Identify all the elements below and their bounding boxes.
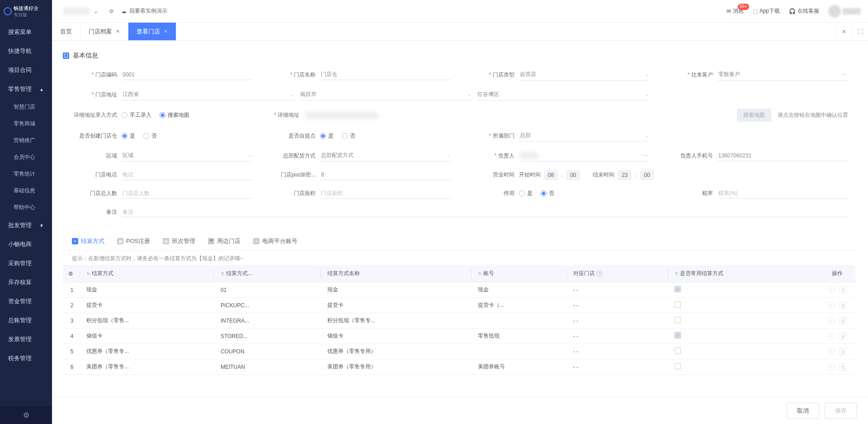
col-acct[interactable]: 账号 xyxy=(472,265,568,282)
online-service-button[interactable]: 🎧 在线客服 xyxy=(789,7,819,15)
table-row[interactable]: 6美团券（零售专...MEITUAN美团券（零售专用）美团券账号- -+🗑 xyxy=(63,359,855,375)
delete-row-icon[interactable]: 🗑 xyxy=(840,302,847,309)
region-select[interactable]: 区域⌄ xyxy=(122,150,252,162)
add-row-icon[interactable]: + xyxy=(828,317,835,324)
start-min[interactable]: 00 xyxy=(566,170,580,180)
remark-input[interactable] xyxy=(122,207,848,217)
customer-select[interactable]: 零散客户⋯ xyxy=(717,69,848,81)
common-checkbox[interactable] xyxy=(675,332,681,338)
help-icon[interactable]: ? xyxy=(597,271,603,276)
add-row-icon[interactable]: + xyxy=(828,363,835,371)
store-code-input[interactable] xyxy=(122,70,252,80)
district-select[interactable]: 红谷滩区⌄ xyxy=(476,89,650,100)
store-type-select[interactable]: 自营店⌄ xyxy=(519,69,650,81)
cancel-button[interactable]: 取消 xyxy=(787,403,819,419)
common-checkbox[interactable] xyxy=(675,363,681,369)
detail-address-input[interactable] xyxy=(306,112,378,119)
dist-mode-select[interactable]: 总部配货方式⌄ xyxy=(320,150,451,162)
fullscreen-button[interactable]: ⛶ xyxy=(852,23,868,40)
sidebar-item-wholesale[interactable]: 批发管理▼ xyxy=(0,216,52,235)
sidebar-item-quicknav[interactable]: 快捷导航 xyxy=(0,42,52,61)
manager-phone-input[interactable] xyxy=(717,151,848,161)
radio-pick-no[interactable]: 否 xyxy=(342,132,355,140)
staff-input[interactable] xyxy=(122,188,252,199)
tab-view-store[interactable]: 查看门店✕ xyxy=(128,23,176,40)
close-icon[interactable]: ✕ xyxy=(116,29,120,34)
close-all-tabs[interactable]: ✕ xyxy=(835,23,852,40)
col-name[interactable]: 结算方式名称 xyxy=(322,265,472,282)
demo-link[interactable]: ☁ 我要看实例演示 xyxy=(121,7,167,15)
add-row-icon[interactable]: + xyxy=(828,333,835,340)
common-checkbox[interactable] xyxy=(675,317,681,323)
radio-manual[interactable]: 手工录入 xyxy=(122,111,151,119)
search-map-button[interactable]: 搜索地图 xyxy=(737,109,771,122)
col-code[interactable]: 结算方式... xyxy=(215,265,322,282)
sidebar-item-search[interactable]: 搜索菜单 xyxy=(0,23,52,42)
delete-row-icon[interactable]: 🗑 xyxy=(840,333,847,340)
table-row[interactable]: 4储值卡STORED...储值卡零售抵现- -+🗑 xyxy=(63,329,855,344)
delete-row-icon[interactable]: 🗑 xyxy=(840,348,847,355)
radio-disabled-yes[interactable]: 是 xyxy=(519,190,533,197)
sidebar-item-inventory[interactable]: 库存核算 xyxy=(0,273,52,292)
radio-map[interactable]: 搜索地图 xyxy=(160,111,189,119)
add-row-icon[interactable]: + xyxy=(828,302,835,309)
radio-pick-yes[interactable]: 是 xyxy=(320,132,334,140)
sidebar-item-retail[interactable]: 零售管理▲ xyxy=(0,80,52,99)
area-input[interactable] xyxy=(320,188,451,199)
tab-home[interactable]: 首页 xyxy=(52,23,80,40)
radio-wh-no[interactable]: 否 xyxy=(143,132,157,140)
store-name-input[interactable] xyxy=(320,70,451,80)
user-menu[interactable] xyxy=(828,5,861,18)
sidebar-item-tax[interactable]: 税务管理 xyxy=(0,349,52,368)
settings-icon[interactable]: ⚙ xyxy=(109,8,114,14)
dept-select[interactable]: 总部⌄ xyxy=(519,130,650,142)
sidebar-item-invoice[interactable]: 发票管理 xyxy=(0,330,52,349)
subtab-nearby[interactable]: 📍周边门店 xyxy=(208,237,241,245)
subtab-ecom[interactable]: A电商平台账号 xyxy=(253,237,297,245)
common-checkbox[interactable] xyxy=(675,348,681,354)
col-store[interactable]: 对应门店? xyxy=(568,265,669,282)
table-row[interactable]: 3积分抵现（零售...INTEGRA...积分抵现（零售专...- -+🗑 xyxy=(63,313,855,329)
tax-input[interactable] xyxy=(717,188,848,199)
add-row-icon[interactable]: + xyxy=(828,286,835,294)
sidebar-sub-member[interactable]: 会员中心 xyxy=(0,149,52,166)
phone-input[interactable] xyxy=(122,170,252,180)
sidebar-sub-help[interactable]: 帮助中心 xyxy=(0,199,52,216)
province-select[interactable]: 江西省⌄ xyxy=(122,89,295,100)
table-row[interactable]: 5优惠券（零售专...COUPON优惠券（零售专用）- -+🗑 xyxy=(63,344,855,359)
common-checkbox[interactable] xyxy=(675,286,681,292)
sidebar-item-contract[interactable]: 项目合同 xyxy=(0,61,52,80)
col-config[interactable]: ⚙ xyxy=(63,265,81,282)
close-icon[interactable]: ✕ xyxy=(164,29,168,34)
end-min[interactable]: 00 xyxy=(640,170,654,180)
sidebar-sub-stats[interactable]: 零售统计 xyxy=(0,166,52,182)
col-method[interactable]: 结算方式 xyxy=(81,265,215,282)
manager-select[interactable]: ⋯ xyxy=(519,150,650,162)
sidebar-settings[interactable]: ⚙ xyxy=(0,406,52,424)
workspace-selector[interactable]: ⌄ xyxy=(59,6,102,17)
subtab-settlement[interactable]: ≡结算方式 xyxy=(72,237,104,245)
city-select[interactable]: 南昌市⌄ xyxy=(299,89,472,100)
sidebar-item-ledger[interactable]: 总账管理 xyxy=(0,311,52,330)
subtab-shift[interactable]: ▤班次管理 xyxy=(163,237,195,245)
table-row[interactable]: 2提货卡PICKUPC...提货卡提货卡（...- -+🗑 xyxy=(63,298,855,313)
radio-disabled-no[interactable]: 否 xyxy=(541,190,554,197)
common-checkbox[interactable] xyxy=(675,301,681,308)
col-common[interactable]: 是否常用结算方式 xyxy=(669,265,819,282)
sidebar-item-purchase[interactable]: 采购管理 xyxy=(0,254,52,273)
save-button[interactable]: 保存 xyxy=(825,403,857,419)
messages-button[interactable]: ✉ 消息 99+ xyxy=(726,7,744,15)
sidebar-sub-smartstore[interactable]: 智慧门店 xyxy=(0,99,52,115)
subtab-pos[interactable]: ▦POS注册 xyxy=(117,237,150,245)
start-hour[interactable]: 08 xyxy=(544,170,558,180)
tab-store-archive[interactable]: 门店档案✕ xyxy=(80,23,128,40)
sidebar-sub-baseinfo[interactable]: 基础信息 xyxy=(0,182,52,199)
pos-pw-input[interactable] xyxy=(320,170,451,180)
sidebar-sub-marketing[interactable]: 营销推广 xyxy=(0,132,52,149)
sidebar-item-ecom[interactable]: 小畅电商 xyxy=(0,235,52,254)
table-row[interactable]: 1现金01现金现金- -+🗑 xyxy=(63,282,855,298)
end-hour[interactable]: 23 xyxy=(618,170,632,180)
delete-row-icon[interactable]: 🗑 xyxy=(840,286,847,294)
delete-row-icon[interactable]: 🗑 xyxy=(840,317,847,324)
radio-wh-yes[interactable]: 是 xyxy=(122,132,135,140)
